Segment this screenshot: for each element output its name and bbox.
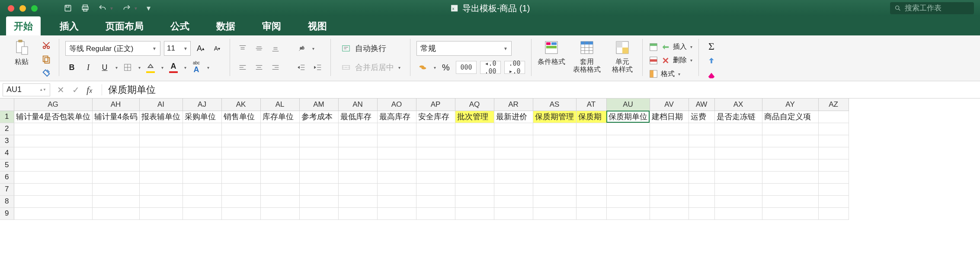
cell[interactable] [377, 195, 416, 207]
cell[interactable] [762, 147, 818, 159]
cell[interactable] [818, 159, 849, 171]
cell[interactable] [818, 207, 849, 219]
search-input[interactable] [905, 4, 970, 13]
cell[interactable] [714, 195, 762, 207]
cell[interactable] [494, 183, 533, 195]
cell[interactable] [183, 123, 221, 135]
font-size-select[interactable]: 11▼ [164, 41, 191, 56]
cell[interactable] [416, 207, 455, 219]
row-header[interactable]: 7 [0, 183, 14, 195]
align-middle-icon[interactable] [253, 43, 266, 54]
cell[interactable] [416, 123, 455, 135]
cell[interactable] [606, 147, 650, 159]
name-box-stepper[interactable]: ▲▼ [39, 88, 46, 92]
row-header[interactable]: 4 [0, 147, 14, 159]
cell[interactable] [377, 207, 416, 219]
row-header[interactable]: 3 [0, 135, 14, 147]
cell[interactable] [260, 183, 299, 195]
cell[interactable]: 保质期管理 [533, 111, 576, 123]
column-header[interactable]: AY [762, 99, 818, 111]
increase-font-icon[interactable]: A▴ [194, 43, 207, 54]
cell[interactable] [221, 123, 260, 135]
cell[interactable] [818, 183, 849, 195]
cell[interactable] [14, 207, 92, 219]
chevron-down-icon[interactable]: ▾ [115, 65, 118, 70]
cell[interactable] [14, 135, 92, 147]
column-header[interactable]: AQ [455, 99, 494, 111]
cell[interactable] [92, 159, 139, 171]
cell[interactable] [14, 183, 92, 195]
cell[interactable] [377, 147, 416, 159]
copy-icon[interactable] [40, 54, 53, 65]
cell[interactable] [183, 207, 221, 219]
cell[interactable] [139, 123, 183, 135]
cell[interactable] [494, 171, 533, 183]
column-header[interactable]: AG [14, 99, 92, 111]
cell[interactable]: 是否走冻链 [714, 111, 762, 123]
tab-view[interactable]: 视图 [300, 16, 335, 35]
cell[interactable] [455, 171, 494, 183]
cell[interactable] [299, 123, 338, 135]
cell[interactable] [576, 195, 606, 207]
cell[interactable]: 最新进价 [494, 111, 533, 123]
cell[interactable]: 最低库存 [338, 111, 377, 123]
decrease-font-icon[interactable]: A▾ [211, 43, 224, 54]
cell[interactable] [338, 207, 377, 219]
chevron-down-icon[interactable]: ▼ [152, 46, 157, 51]
cell[interactable] [260, 207, 299, 219]
cell[interactable] [494, 207, 533, 219]
cell[interactable]: 辅计量4条码 [92, 111, 139, 123]
align-left-icon[interactable] [236, 62, 249, 73]
cell[interactable] [299, 159, 338, 171]
cell[interactable] [139, 159, 183, 171]
cell[interactable] [92, 135, 139, 147]
cell[interactable] [533, 135, 576, 147]
cell[interactable] [650, 171, 689, 183]
cell[interactable] [576, 135, 606, 147]
cell[interactable] [260, 171, 299, 183]
cell[interactable] [818, 171, 849, 183]
cell[interactable] [183, 183, 221, 195]
redo-icon[interactable]: ▼ [122, 4, 138, 13]
cell[interactable] [689, 147, 714, 159]
cell[interactable] [714, 207, 762, 219]
qat-customize-icon[interactable]: ▾ [147, 3, 151, 13]
cell[interactable]: 建档日期 [650, 111, 689, 123]
cell[interactable] [576, 207, 606, 219]
cell[interactable] [650, 183, 689, 195]
cell[interactable]: 库存单位 [260, 111, 299, 123]
format-cells-button[interactable]: 格式▾ [649, 68, 692, 80]
column-header[interactable]: AX [714, 99, 762, 111]
column-header[interactable]: AU [606, 99, 650, 111]
cell[interactable] [606, 159, 650, 171]
chevron-down-icon[interactable]: ▼ [183, 46, 188, 51]
increase-indent-icon[interactable] [311, 62, 324, 73]
cell[interactable] [260, 147, 299, 159]
cell[interactable] [650, 123, 689, 135]
cell[interactable]: 批次管理 [455, 111, 494, 123]
spreadsheet-grid[interactable]: AGAHAIAJAKALAMANAOAPAQARASATAUAVAWAXAYAZ… [0, 99, 980, 266]
fill-icon[interactable] [705, 55, 718, 66]
chevron-down-icon[interactable]: ▼ [503, 46, 508, 51]
cell[interactable] [650, 159, 689, 171]
cell[interactable] [689, 123, 714, 135]
column-header[interactable]: AL [260, 99, 299, 111]
row-header[interactable]: 5 [0, 159, 14, 171]
phonetic-guide-icon[interactable]: abcA [190, 62, 203, 73]
row-header[interactable]: 6 [0, 171, 14, 183]
tab-formulas[interactable]: 公式 [163, 16, 197, 35]
cell[interactable] [533, 195, 576, 207]
cell[interactable] [576, 171, 606, 183]
cell[interactable] [762, 183, 818, 195]
row-header[interactable]: 8 [0, 195, 14, 207]
cell[interactable] [416, 135, 455, 147]
cell[interactable] [221, 183, 260, 195]
cell[interactable] [14, 123, 92, 135]
column-header[interactable]: AK [221, 99, 260, 111]
cell[interactable] [455, 135, 494, 147]
cell[interactable] [689, 171, 714, 183]
cell[interactable]: 保质期单位 [606, 111, 650, 123]
cell[interactable] [299, 147, 338, 159]
column-header[interactable]: AV [650, 99, 689, 111]
close-window-button[interactable] [8, 5, 14, 12]
